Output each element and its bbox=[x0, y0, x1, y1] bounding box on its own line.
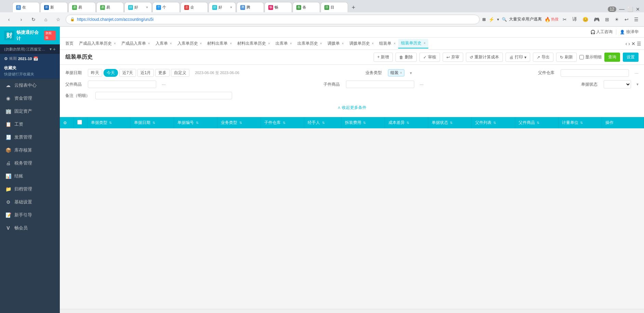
collapse-bar[interactable]: ∧ 收起更多条件 bbox=[65, 103, 639, 113]
date-btn-yesterday[interactable]: 昨天 bbox=[88, 69, 102, 77]
browser-tab-6[interactable]: 个 个 bbox=[152, 2, 180, 12]
sidebar-item-settings[interactable]: ⚙ 基础设置 bbox=[0, 196, 60, 209]
sidebar-item-fixed-assets[interactable]: 🏢 固定资产 bbox=[0, 105, 60, 118]
tabs-menu[interactable]: ☰ bbox=[637, 41, 641, 46]
browser-tab-10[interactable]: 畅 畅 bbox=[265, 2, 292, 12]
tab-transfer-history[interactable]: 调拨单历史 × bbox=[347, 39, 377, 48]
child-goods-input[interactable] bbox=[346, 81, 414, 88]
tab-close-5[interactable]: × bbox=[146, 5, 148, 9]
business-type-dropdown[interactable]: ▾ bbox=[410, 71, 412, 75]
add-button[interactable]: + 新增 bbox=[374, 53, 393, 62]
date-btn-today[interactable]: 今天 bbox=[104, 69, 118, 77]
browser-tab-11[interactable]: 各 各 bbox=[293, 2, 320, 12]
sidebar-item-guide[interactable]: 📝 新手引导 bbox=[0, 209, 60, 222]
tab-close-in-order[interactable]: × bbox=[170, 42, 172, 45]
table-col-disassembly-cost[interactable]: 拆装费用 ⇅ bbox=[341, 117, 385, 128]
parent-goods-more[interactable]: ··· bbox=[162, 82, 166, 87]
sidebar-item-member[interactable]: V 畅会员 bbox=[0, 222, 60, 234]
child-goods-more[interactable]: ··· bbox=[420, 82, 424, 87]
forward-button[interactable]: › bbox=[16, 15, 26, 24]
url-bar[interactable]: 🔒 https://cloud.chanjet.com/accounting/u… bbox=[66, 15, 480, 24]
tab-material-out-history[interactable]: 材料出库单历史 × bbox=[234, 39, 273, 48]
table-col-cost-diff[interactable]: 成本差异 ⇅ bbox=[385, 117, 428, 128]
game-icon[interactable]: 🎮 bbox=[592, 15, 601, 24]
company-dropdown-icon[interactable]: ▾ bbox=[50, 47, 52, 52]
tab-in-history[interactable]: 入库单历史 × bbox=[175, 39, 205, 48]
sort-child-warehouse[interactable]: ⇅ bbox=[283, 121, 285, 125]
tab-close-transfer-history[interactable]: × bbox=[372, 42, 374, 45]
company-add-icon[interactable]: + bbox=[53, 46, 56, 52]
period-settings-icon[interactable]: ⚙ bbox=[4, 56, 8, 61]
browser-tab-9[interactable]: 腾 腾 bbox=[237, 2, 264, 12]
table-col-handler[interactable]: 经手人 ⇅ bbox=[304, 117, 341, 128]
grid-apps-icon[interactable]: ⊞ bbox=[604, 15, 611, 24]
menu-icon[interactable]: ☰ bbox=[633, 15, 640, 24]
undo-icon[interactable]: ↩ bbox=[623, 15, 630, 24]
query-button[interactable]: 查询 bbox=[604, 53, 620, 62]
browser-tab-2[interactable]: 新 新 bbox=[40, 2, 68, 12]
reload-button[interactable]: ↻ bbox=[29, 15, 38, 24]
table-col-business-type[interactable]: 业务类型 ⇅ bbox=[217, 117, 261, 128]
sidebar-item-checkout[interactable]: 📊 结账 bbox=[0, 170, 60, 183]
sort-parent-goods[interactable]: ⇅ bbox=[537, 121, 539, 125]
table-col-parent-goods[interactable]: 父件商品 ⇅ bbox=[515, 117, 558, 128]
maximize-icon[interactable]: ⬜ bbox=[627, 6, 633, 12]
sort-order-date[interactable]: ⇅ bbox=[152, 121, 155, 125]
tabs-scroll-right[interactable]: › bbox=[628, 41, 630, 46]
period-calendar-icon[interactable]: 📅 bbox=[33, 56, 38, 61]
browser-tab-4[interactable]: 易 易 bbox=[96, 2, 124, 12]
recalculate-button[interactable]: ↺ 重新计算成本 bbox=[466, 53, 503, 62]
table-col-order-date[interactable]: 单据日期 ⇅ bbox=[131, 117, 174, 128]
sort-order-status[interactable]: ⇅ bbox=[450, 121, 453, 125]
tab-close-transfer[interactable]: × bbox=[342, 42, 344, 45]
sidebar-item-tax[interactable]: 🖨 税务管理 bbox=[0, 157, 60, 170]
tab-assembly[interactable]: 组装单 × bbox=[376, 39, 398, 48]
tab-close-out-history[interactable]: × bbox=[320, 42, 322, 45]
tab-close-assembly[interactable]: × bbox=[393, 42, 395, 45]
tab-home[interactable]: 首页 bbox=[63, 39, 76, 48]
tabs-scroll-left[interactable]: ‹ bbox=[626, 41, 627, 46]
tab-assembly-history[interactable]: 组装单历史 × bbox=[398, 39, 428, 48]
close-window-icon[interactable]: ✕ bbox=[636, 6, 640, 12]
browser-tab-7[interactable]: 企 企 bbox=[180, 2, 208, 12]
table-col-order-no[interactable]: 单据编号 ⇅ bbox=[174, 117, 217, 128]
tab-out-history[interactable]: 出库单历史 × bbox=[295, 39, 325, 48]
sidebar-item-archive[interactable]: 📁 归档管理 bbox=[0, 183, 60, 196]
tab-out-order[interactable]: 出库单 × bbox=[273, 39, 295, 48]
brightness-icon[interactable]: ☀ bbox=[613, 15, 620, 24]
sort-handler[interactable]: ⇅ bbox=[322, 121, 325, 125]
date-btn-week[interactable]: 近7天 bbox=[119, 69, 136, 77]
browser-tab-12[interactable]: 目 目 bbox=[321, 2, 348, 12]
print-button[interactable]: 🖨 打印 ▾ bbox=[506, 53, 530, 62]
export-button[interactable]: ↗ 导出 bbox=[533, 53, 553, 62]
grid-icon[interactable]: ⊞ bbox=[482, 17, 486, 22]
browser-tab-8[interactable]: 好 好 × bbox=[209, 2, 236, 12]
sort-disassembly-cost[interactable]: ⇅ bbox=[363, 121, 366, 125]
sidebar-item-invoice[interactable]: 🧾 发票管理 bbox=[0, 131, 60, 144]
lightning-icon[interactable]: ⚡ bbox=[488, 17, 494, 22]
bottom-scrollbar[interactable] bbox=[60, 309, 644, 313]
minimize-icon[interactable]: — bbox=[619, 6, 625, 12]
table-col-checkbox[interactable] bbox=[73, 117, 87, 128]
tab-close-8[interactable]: × bbox=[230, 5, 232, 9]
translate-icon[interactable]: 译 bbox=[571, 15, 578, 24]
table-col-child-warehouse[interactable]: 子件仓库 ⇅ bbox=[261, 117, 304, 128]
browser-tab-1[interactable]: 在 在 bbox=[12, 2, 40, 12]
emoji-icon[interactable]: 😊 bbox=[581, 15, 590, 24]
sort-parent-list[interactable]: ⇅ bbox=[493, 121, 496, 125]
tab-close-production-in-history[interactable]: × bbox=[114, 42, 116, 45]
tab-production-in-history[interactable]: 产成品入库单历史 × bbox=[76, 39, 119, 48]
tab-material-out[interactable]: 材料出库单 × bbox=[204, 39, 234, 48]
display-detail-checkbox[interactable]: 显示明细 bbox=[579, 54, 602, 60]
sidebar-item-salary[interactable]: 📋 工资 bbox=[0, 118, 60, 131]
order-status-select[interactable] bbox=[604, 80, 631, 88]
business-type-tag-close[interactable]: × bbox=[400, 71, 402, 75]
tabs-close-all[interactable]: ✕ bbox=[631, 41, 635, 46]
date-btn-more[interactable]: 更多 bbox=[155, 69, 170, 77]
table-col-unit[interactable]: 计量单位 ⇅ bbox=[558, 117, 602, 128]
table-col-settings[interactable]: ⚙ bbox=[60, 117, 73, 128]
tab-close-production-in[interactable]: × bbox=[148, 42, 150, 45]
browser-tab-3[interactable]: 易 易 bbox=[68, 2, 96, 12]
tab-close-assembly-history[interactable]: × bbox=[424, 41, 426, 45]
tab-production-in[interactable]: 产成品入库单 × bbox=[119, 39, 153, 48]
